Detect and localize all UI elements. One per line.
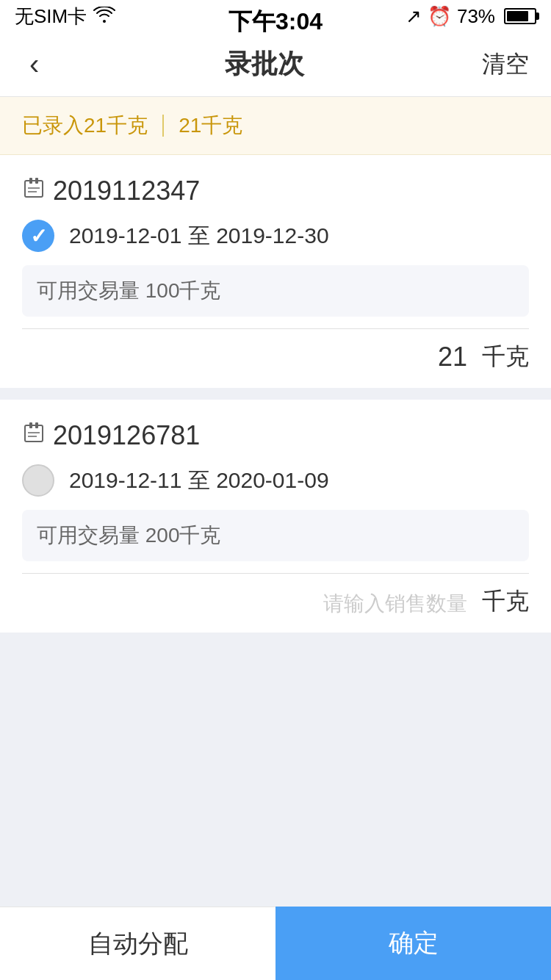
svg-rect-0: [25, 181, 43, 197]
confirm-button[interactable]: 确定: [276, 907, 551, 980]
nav-bar: ‹ 录批次 清空: [0, 32, 551, 97]
batch-1-unit: 千克: [482, 341, 529, 373]
svg-rect-5: [25, 425, 43, 442]
batch-2-input-row: 千克: [0, 574, 551, 633]
batch-2-date-row[interactable]: 2019-12-11 至 2020-01-09: [0, 458, 551, 502]
info-divider: [162, 115, 164, 137]
checkmark-icon: ✓: [30, 224, 47, 248]
svg-rect-7: [35, 422, 38, 428]
batch-2-qty-input[interactable]: [173, 586, 467, 617]
status-time: 下午3:04: [228, 6, 323, 38]
wifi-icon: [93, 5, 116, 28]
batch-2-available: 可用交易量 200千克: [22, 510, 529, 561]
batch-1-qty: 21: [22, 342, 467, 372]
bottom-area: [0, 633, 551, 926]
batch-2-date: 2019-12-11 至 2020-01-09: [69, 466, 329, 496]
batch-item-1: 2019112347 ✓ 2019-12-01 至 2019-12-30 可用交…: [0, 155, 551, 388]
svg-rect-2: [35, 178, 38, 184]
location-icon: ↗: [406, 5, 422, 28]
section-separator-1: [0, 388, 551, 400]
battery-percent: 73%: [457, 5, 495, 28]
no-sim-label: 无SIM卡: [15, 4, 87, 29]
svg-rect-6: [29, 422, 32, 428]
batch-1-id: 2019112347: [53, 176, 200, 206]
back-button[interactable]: ‹: [22, 40, 46, 88]
status-bar: 无SIM卡 下午3:04 ↗ ⏰ 73%: [0, 0, 551, 32]
batch-item-2: 2019126781 2019-12-11 至 2020-01-09 可用交易量…: [0, 400, 551, 633]
bottom-buttons: 自动分配 确定: [0, 907, 551, 980]
page-title: 录批次: [225, 46, 304, 82]
batch-2-checkbox[interactable]: [22, 464, 54, 497]
auto-distribute-button[interactable]: 自动分配: [0, 907, 276, 980]
info-banner: 已录入21千克 21千克: [0, 97, 551, 155]
status-right: ↗ ⏰ 73%: [406, 5, 536, 28]
batch-2-id: 2019126781: [53, 420, 200, 451]
batch-1-checkbox[interactable]: ✓: [22, 220, 54, 252]
batch-2-unit: 千克: [482, 586, 529, 618]
batch-1-available: 可用交易量 100千克: [22, 265, 529, 317]
recorded-amount-value: 21千克: [179, 112, 242, 140]
status-left: 无SIM卡: [15, 4, 116, 29]
recorded-amount-label: 已录入21千克: [22, 112, 148, 140]
battery-icon: [504, 8, 536, 24]
batch-2-icon: [22, 421, 46, 450]
batch-2-header: 2019126781: [0, 400, 551, 458]
batch-1-icon: [22, 176, 46, 206]
batch-1-header: 2019112347: [0, 155, 551, 214]
batch-1-date: 2019-12-01 至 2019-12-30: [69, 221, 329, 251]
batch-1-input-row: 21 千克: [0, 329, 551, 388]
clear-button[interactable]: 清空: [482, 48, 529, 81]
batch-1-date-row[interactable]: ✓ 2019-12-01 至 2019-12-30: [0, 214, 551, 258]
svg-rect-1: [29, 178, 32, 184]
alarm-icon: ⏰: [428, 5, 451, 28]
